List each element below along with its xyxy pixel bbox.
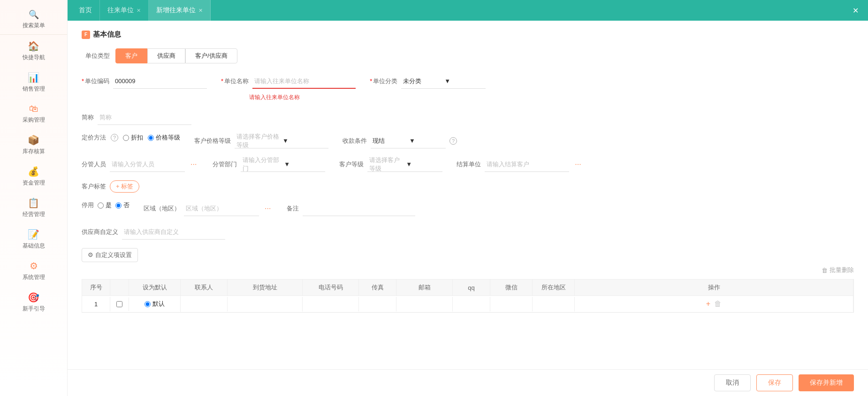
department-select[interactable]: 请输入分管部门 ▼ <box>241 157 325 172</box>
inventory-icon: 📦 <box>28 134 39 146</box>
sidebar-item-purchase[interactable]: 🛍 采购管理 <box>0 98 67 129</box>
sidebar-item-guide[interactable]: 🎯 新手引导 <box>0 286 67 318</box>
sidebar-item-finance[interactable]: 💰 资金管理 <box>0 160 67 192</box>
field-customer-level: 客户等级 请选择客户等级 ▼ <box>339 157 442 172</box>
purchase-icon: 🛍 <box>29 103 38 114</box>
field-region: 区域（地区） ··· <box>144 201 273 216</box>
tab-home[interactable]: 首页 <box>71 0 100 21</box>
unit-category-chevron: ▼ <box>444 78 484 85</box>
wechat-input[interactable] <box>493 301 529 308</box>
cell-address[interactable] <box>228 297 303 311</box>
col-header-check <box>110 280 129 295</box>
phone-input[interactable] <box>305 301 356 308</box>
tab-counterparty[interactable]: 往来单位 ✕ <box>100 0 149 21</box>
cell-email[interactable] <box>396 297 453 311</box>
payment-terms-select[interactable]: 现结 ▼ <box>371 133 446 148</box>
disabled-yes[interactable]: 是 <box>98 201 112 210</box>
manager-more-btn[interactable]: ··· <box>189 160 198 169</box>
address-input[interactable] <box>230 301 299 308</box>
cell-fax[interactable] <box>359 297 396 311</box>
unit-type-both[interactable]: 客户/供应商 <box>185 48 237 63</box>
payment-help-icon[interactable]: ? <box>449 137 457 145</box>
add-tag-btn[interactable]: + 标签 <box>110 180 139 193</box>
unit-code-input[interactable] <box>113 74 207 89</box>
batch-delete-btn[interactable]: 🗑 批量删除 <box>82 266 854 274</box>
search-icon: 🔍 <box>29 9 39 20</box>
sidebar-item-search[interactable]: 🔍 搜索菜单 <box>0 5 67 35</box>
sidebar-item-basic-info[interactable]: 📝 基础信息 <box>0 223 67 255</box>
tab-new-counterparty[interactable]: 新增往来单位 ✕ <box>149 0 211 21</box>
manager-input[interactable] <box>110 157 185 172</box>
close-all-tabs[interactable]: ✕ <box>847 6 864 15</box>
table-header: 序号 设为默认 联系人 到货地址 电话号码 传真 邮箱 qq 微信 所在地区 操… <box>82 280 853 296</box>
close-new-counterparty-tab[interactable]: ✕ <box>198 8 203 14</box>
col-header-email: 邮箱 <box>396 280 453 295</box>
sidebar-item-quick-nav[interactable]: 🏠 快捷导航 <box>0 35 67 66</box>
customer-level-select[interactable]: 请选择客户等级 ▼ <box>367 157 442 172</box>
field-department: 分管部门 请输入分管部门 ▼ <box>213 157 325 172</box>
unit-category-select[interactable]: 未分类 ▼ <box>401 74 486 89</box>
cell-region[interactable] <box>533 297 575 311</box>
field-remark: 备注 <box>287 201 415 216</box>
unit-type-customer[interactable]: 客户 <box>115 48 147 63</box>
custom-settings-btn[interactable]: ⚙ 自定义项设置 <box>82 248 138 262</box>
remark-input[interactable] <box>303 201 415 216</box>
pricing-grade-radio[interactable]: 价格等级 <box>148 133 180 142</box>
close-counterparty-tab[interactable]: ✕ <box>137 8 141 14</box>
contact-input[interactable] <box>183 301 224 308</box>
field-short-name: 简称 <box>82 110 191 125</box>
home-icon: 🏠 <box>28 40 39 52</box>
cell-qq[interactable] <box>453 297 490 311</box>
qq-input[interactable] <box>456 301 487 308</box>
region-more-btn[interactable]: ··· <box>263 204 273 213</box>
sidebar-item-inventory[interactable]: 📦 库存核算 <box>0 129 67 160</box>
disabled-no[interactable]: 否 <box>115 201 129 210</box>
bottom-action-bar: 取消 保存 保存并新增 <box>68 369 868 396</box>
fax-input[interactable] <box>362 301 393 308</box>
delete-row-btn[interactable]: 🗑 <box>714 300 722 308</box>
section-icon: F <box>82 31 90 39</box>
sales-icon: 📊 <box>28 72 39 83</box>
cell-phone[interactable] <box>303 297 359 311</box>
region-input[interactable] <box>184 201 259 216</box>
unit-name-input[interactable] <box>252 74 356 89</box>
col-header-phone: 电话号码 <box>303 280 359 295</box>
col-header-default: 设为默认 <box>129 280 181 295</box>
add-row-btn[interactable]: + <box>706 300 710 308</box>
row-checkbox[interactable] <box>116 301 122 307</box>
guide-icon: 🎯 <box>28 292 39 303</box>
row-pricing: 定价方法 ? 折扣 价格等级 客户价格等级 请选择客户价格等级 ▼ 收款条件 <box>82 133 854 148</box>
field-manager: 分管人员 ··· <box>82 157 198 172</box>
supplier-custom-input[interactable] <box>122 225 225 240</box>
col-header-region: 所在地区 <box>533 280 575 295</box>
col-header-qq: qq <box>453 280 490 295</box>
customer-price-level-select[interactable]: 请选择客户价格等级 ▼ <box>235 133 328 148</box>
sidebar-item-sales[interactable]: 📊 销售管理 <box>0 66 67 98</box>
sidebar-item-system[interactable]: ⚙ 系统管理 <box>0 255 67 286</box>
settlement-more-btn[interactable]: ··· <box>573 160 583 169</box>
settlement-unit-input[interactable] <box>485 157 569 172</box>
unit-type-supplier[interactable]: 供应商 <box>147 48 185 63</box>
save-button[interactable]: 保存 <box>756 374 793 391</box>
col-header-contact: 联系人 <box>181 280 228 295</box>
row-region-input[interactable] <box>535 301 571 308</box>
field-settlement-unit: 结算单位 ··· <box>457 157 583 172</box>
payment-terms-chevron: ▼ <box>409 137 444 144</box>
form-area: F 基本信息 单位类型 客户 供应商 客户/供应商 *单位编码 *单位名称 <box>68 21 868 369</box>
short-name-input[interactable] <box>98 110 191 125</box>
cancel-button[interactable]: 取消 <box>714 374 751 391</box>
cell-seq: 1 <box>82 297 110 311</box>
operations-icon: 📋 <box>28 197 39 209</box>
pricing-help-icon[interactable]: ? <box>111 134 118 141</box>
field-disabled: 停用 是 否 <box>82 201 129 210</box>
cell-default[interactable]: 默认 <box>129 296 181 312</box>
email-input[interactable] <box>399 301 449 308</box>
cell-contact[interactable] <box>181 297 228 311</box>
cell-wechat[interactable] <box>490 297 533 311</box>
save-and-new-button[interactable]: 保存并新增 <box>799 374 854 391</box>
cell-check[interactable] <box>110 297 129 311</box>
sidebar: 🔍 搜索菜单 🏠 快捷导航 📊 销售管理 🛍 采购管理 📦 库存核算 💰 资金管… <box>0 0 68 396</box>
sidebar-item-operations[interactable]: 📋 经营管理 <box>0 192 67 223</box>
pricing-discount-radio[interactable]: 折扣 <box>123 133 143 142</box>
customer-price-chevron: ▼ <box>282 137 327 144</box>
